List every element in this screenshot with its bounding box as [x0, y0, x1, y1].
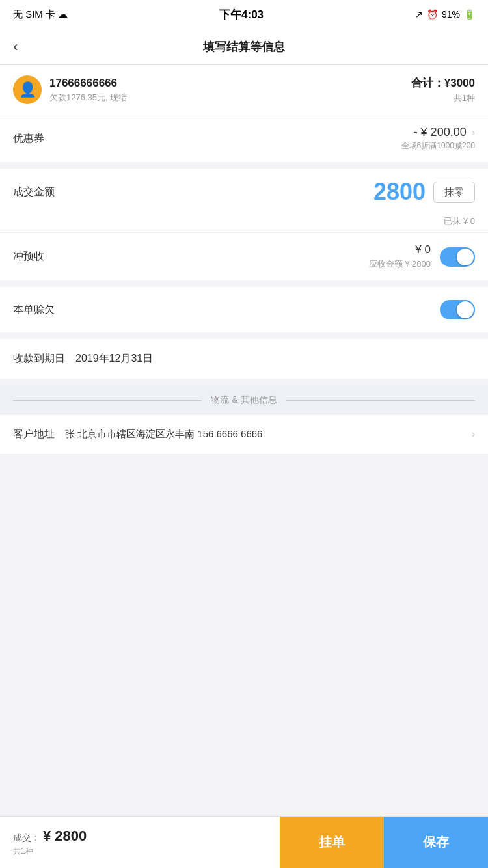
bottom-bar: 成交： ¥ 2800 共1种 挂单 保存	[0, 816, 488, 868]
deal-section: 成交金额 2800 抹零 已抹 ¥ 0 冲预收 ¥ 0 应收金额 ¥ 2800	[0, 169, 488, 280]
prepay-section: 冲预收 ¥ 0 应收金额 ¥ 2800	[0, 232, 488, 280]
deal-value-wrap: 2800 抹零	[373, 180, 475, 204]
bottom-deal-row: 成交： ¥ 2800	[13, 828, 267, 845]
duedate-section: 收款到期日 2019年12月31日	[0, 339, 488, 379]
writeoff-toggle[interactable]	[440, 300, 475, 319]
coupon-row[interactable]: 优惠券 - ¥ 200.00 › 全场6折满1000减200	[0, 115, 488, 162]
customer-debt: 欠款1276.35元, 现结	[49, 92, 411, 103]
duedate-value: 2019年12月31日	[75, 352, 153, 366]
divider-line-left	[13, 400, 202, 401]
nav-bar: ‹ 填写结算等信息	[0, 29, 488, 65]
coupon-desc: 全场6折满1000减200	[401, 141, 475, 152]
writeoff-label: 本单赊欠	[13, 303, 440, 317]
page-title: 填写结算等信息	[203, 39, 285, 55]
status-left: 无 SIM 卡 ☁	[13, 8, 68, 21]
duedate-row: 收款到期日 2019年12月31日	[0, 339, 488, 379]
prepay-toggle[interactable]	[440, 247, 475, 267]
prepay-label: 冲预收	[13, 250, 369, 264]
bottom-deal-amount: ¥ 2800	[43, 828, 87, 845]
writeoff-section: 本单赊欠	[0, 287, 488, 332]
hold-order-button[interactable]: 挂单	[280, 817, 384, 868]
deal-amount-value: 2800	[373, 180, 426, 204]
battery-label: 91%	[442, 9, 460, 20]
prepay-amount-wrap: ¥ 0 应收金额 ¥ 2800	[369, 243, 431, 270]
prepay-amount: ¥ 0	[369, 243, 431, 256]
customer-info: 17666666666 欠款1276.35元, 现结	[49, 77, 411, 103]
back-button[interactable]: ‹	[13, 38, 18, 55]
status-time: 下午4:03	[219, 7, 264, 22]
round-zero-button[interactable]: 抹零	[433, 182, 475, 203]
total-count: 共1种	[411, 92, 475, 104]
bottom-deal-label: 成交：	[13, 832, 40, 844]
address-section: 客户地址 张 北京市市辖区海淀区永丰南 156 6666 6666 ›	[0, 415, 488, 454]
prepay-row: 冲预收 ¥ 0 应收金额 ¥ 2800	[0, 233, 488, 280]
bottom-deal-count: 共1种	[13, 846, 267, 857]
toggle-knob	[457, 249, 474, 265]
total-amount: 合计：¥3000	[411, 75, 475, 90]
writeoff-row: 本单赊欠	[0, 287, 488, 332]
coupon-label: 优惠券	[13, 132, 44, 146]
status-bar: 无 SIM 卡 ☁ 下午4:03 ↗ ⏰ 91% 🔋	[0, 0, 488, 29]
customer-section: 👤 17666666666 欠款1276.35元, 现结 合计：¥3000 共1…	[0, 65, 488, 162]
deal-row: 成交金额 2800 抹零	[0, 169, 488, 215]
address-arrow-icon: ›	[472, 428, 475, 440]
status-right: ↗ ⏰ 91% 🔋	[415, 9, 475, 20]
gray-spacer	[0, 460, 488, 538]
location-icon: ↗	[415, 9, 423, 20]
avatar: 👤	[13, 75, 42, 104]
duedate-label: 收款到期日	[13, 352, 65, 366]
coupon-value: - ¥ 200.00	[414, 126, 467, 139]
address-label: 客户地址	[13, 427, 65, 441]
writeoff-toggle-knob	[457, 301, 474, 318]
customer-total: 合计：¥3000 共1种	[411, 75, 475, 104]
address-row[interactable]: 客户地址 张 北京市市辖区海淀区永丰南 156 6666 6666 ›	[0, 415, 488, 454]
address-value: 张 北京市市辖区海淀区永丰南 156 6666 6666	[65, 427, 472, 442]
coupon-arrow-icon: ›	[472, 127, 475, 139]
divider-line-right	[286, 400, 475, 401]
sim-label: 无 SIM 卡 ☁	[13, 8, 68, 21]
customer-phone: 17666666666	[49, 77, 411, 90]
save-button[interactable]: 保存	[384, 817, 488, 868]
battery-icon: 🔋	[464, 9, 475, 20]
bottom-info: 成交： ¥ 2800 共1种	[0, 817, 280, 868]
deal-amount-label: 成交金额	[13, 185, 373, 199]
deal-erased: 已抹 ¥ 0	[0, 215, 488, 232]
coupon-right: - ¥ 200.00 ›	[414, 126, 475, 139]
customer-row: 👤 17666666666 欠款1276.35元, 现结 合计：¥3000 共1…	[0, 65, 488, 115]
prepay-receivable: 应收金额 ¥ 2800	[369, 258, 431, 270]
alarm-icon: ⏰	[427, 9, 438, 20]
divider-section: 物流 & 其他信息	[0, 385, 488, 415]
prepay-right: ¥ 0 应收金额 ¥ 2800	[369, 243, 475, 270]
divider-text: 物流 & 其他信息	[202, 394, 286, 406]
